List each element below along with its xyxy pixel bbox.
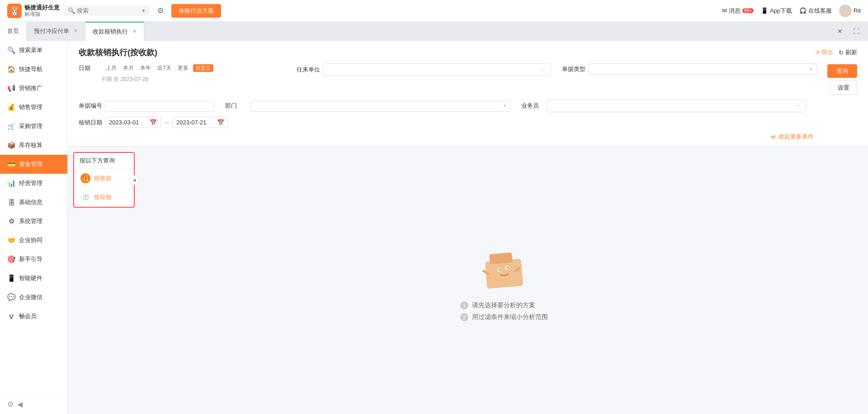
writeoff-tab-close[interactable]: ✕ (132, 29, 137, 34)
sidebar-settings-btn[interactable]: ⚙ (7, 400, 14, 409)
date-btn-this-month[interactable]: 本月 (121, 63, 136, 73)
date-btn-last-month[interactable]: 上月 (104, 63, 118, 73)
search-area[interactable]: 🔍 ▾ (63, 5, 150, 16)
staff-dots[interactable]: ··· (793, 102, 802, 110)
filter-settings-button[interactable]: 设置 (830, 81, 857, 95)
sidebar-item-hardware[interactable]: 📱 智能硬件 (0, 269, 67, 288)
messages-badge: 99+ (742, 8, 754, 13)
prepay-tab-close[interactable]: ✕ (74, 28, 78, 34)
online-service-button[interactable]: 🎧 在线客服 (799, 7, 832, 15)
close-window-btn[interactable]: ✕ (834, 25, 846, 38)
doc-number-field[interactable] (109, 103, 210, 109)
staff-filter: 业务员 ··· (521, 100, 807, 112)
date-btn-7days[interactable]: 近7天 (156, 63, 173, 73)
panel-collapse-btn[interactable]: ◀ (129, 175, 139, 185)
doc-type-select-wrap[interactable]: ▾ (588, 63, 816, 75)
quick-nav-icon: 🏠 (7, 65, 15, 73)
service-icon: 🎧 (799, 7, 807, 14)
hint-item-2: 2 用过滤条件来缩小分析范围 (460, 313, 548, 321)
sidebar-item-quick-nav[interactable]: 🏠 快捷导航 (0, 60, 67, 79)
search-icon: 🔍 (68, 7, 75, 14)
sidebar-bottom: ⚙ ◀ (0, 394, 67, 414)
doc-type-label: 单据类型 (562, 65, 585, 73)
writeoff-end-input[interactable]: 📅 (172, 117, 228, 128)
staff-input[interactable]: ··· (547, 100, 807, 112)
receipt-type-icon: 💰 (80, 173, 90, 183)
writeoff-start-field[interactable] (109, 119, 150, 126)
doc-type-field[interactable] (592, 66, 810, 72)
sales-icon: 💰 (7, 103, 15, 111)
date-btn-more[interactable]: 更多 (176, 63, 190, 73)
empty-hints: 1 请先选择要分析的方案 2 用过滤条件来缩小分析范围 (460, 301, 548, 321)
user-name: Rit (854, 7, 861, 14)
sidebar-item-enterprise-collab[interactable]: 🤝 企业协同 (0, 231, 67, 250)
related-unit-label: 往来单位 (297, 66, 320, 74)
app-download-button[interactable]: 📱 App下载 (761, 7, 792, 15)
date-filter: 日期 上月 本月 本年 近7天 更多 自定义 不限 至 2023-07-26 (79, 63, 286, 83)
writeoff-date-label: 核销日期 (79, 119, 102, 127)
search-menu-label: 搜索菜单 (19, 46, 42, 54)
empty-svg (477, 240, 531, 294)
tab-home[interactable]: 首页 (0, 22, 27, 41)
tab-receivable-writeoff[interactable]: 收款核销执行 ✕ (85, 22, 144, 41)
related-unit-dots[interactable]: ··· (538, 66, 547, 74)
tab-prepay[interactable]: 预付冲应付单 ✕ (27, 22, 85, 41)
related-unit-field[interactable] (327, 67, 538, 73)
sidebar-item-basic-info[interactable]: 🗄 基础信息 (0, 193, 67, 212)
tab-bar: 首页 预付冲应付单 ✕ 收款核销执行 ✕ ✕ ⛶ (0, 22, 868, 41)
content-area: 收款核销执行(按收款) ↗ 导出 ↻ 刷新 (68, 41, 868, 414)
search-input[interactable] (77, 7, 140, 14)
empty-state: 1 请先选择要分析的方案 2 用过滤条件来缩小分析范围 (147, 154, 861, 407)
writeoff-start-input[interactable]: 📅 (105, 117, 161, 128)
doc-number-input[interactable] (105, 100, 214, 112)
query-button[interactable]: 查询 (827, 64, 857, 78)
maximize-btn[interactable]: ⛶ (850, 25, 863, 38)
prepay-tab-label: 预付冲应付单 (34, 27, 69, 35)
date-separator: — (164, 119, 170, 126)
query-type-header-label: 按以下方查询 (80, 157, 115, 164)
top-bar-left: 🐰 畅捷通好生意 标准版 🔍 ▾ ⚙ 体验行业方案 (7, 4, 221, 18)
writeoff-end-field[interactable] (176, 119, 217, 126)
top-bar: 🐰 畅捷通好生意 标准版 🔍 ▾ ⚙ 体验行业方案 ✉ 消息 99+ 📱 App… (0, 0, 868, 22)
message-icon: ✉ (722, 7, 727, 14)
refresh-button[interactable]: ↻ 刷新 (839, 48, 857, 57)
sidebar-item-search-menu[interactable]: 🔍 搜索菜单 (0, 41, 67, 60)
query-by-receivable[interactable]: 🕐 按应收 (74, 188, 134, 207)
sidebar-item-system[interactable]: ⚙ 系统管理 (0, 212, 67, 231)
doc-number-label: 单据编号 (79, 102, 102, 110)
search-dropdown-arrow[interactable]: ▾ (142, 7, 145, 14)
sales-label: 销售管理 (19, 103, 42, 111)
dept-field[interactable] (255, 103, 504, 109)
sidebar-item-inventory[interactable]: 📦 库存核算 (0, 136, 67, 155)
query-type-panel: 按以下方查询 💰 按收款 🕐 按应收 ◀ (73, 152, 135, 208)
sidebar-item-business[interactable]: 📊 经营管理 (0, 174, 67, 193)
staff-field[interactable] (551, 103, 793, 109)
query-by-receipt[interactable]: 💰 按收款 (74, 169, 134, 188)
hardware-label: 智能硬件 (19, 274, 42, 282)
query-type-header: 按以下方查询 (74, 153, 134, 169)
sidebar-collapse-btn[interactable]: ◀ (17, 400, 23, 409)
sidebar-item-marketing[interactable]: 📢 营销推广 (0, 79, 67, 98)
sidebar-item-sales[interactable]: 💰 销售管理 (0, 98, 67, 117)
gear-button[interactable]: ⚙ (153, 4, 168, 18)
sidebar-item-wechat[interactable]: 💬 企业微信 (0, 288, 67, 307)
industry-button[interactable]: 体验行业方案 (171, 4, 221, 18)
sidebar-item-member[interactable]: V 畅会员 (0, 307, 67, 326)
date-btn-this-year[interactable]: 本年 (138, 63, 153, 73)
sidebar-item-purchase[interactable]: 🛒 采购管理 (0, 117, 67, 136)
logo-area: 🐰 畅捷通好生意 标准版 (7, 4, 60, 18)
user-area[interactable]: Rit (839, 5, 861, 17)
custom-date-tag[interactable]: 自定义 (193, 64, 213, 72)
collab-label: 企业协同 (19, 236, 42, 244)
tab-actions: ✕ ⛶ (834, 25, 868, 38)
wechat-label: 企业微信 (19, 293, 42, 301)
start-calendar-icon[interactable]: 📅 (150, 119, 157, 126)
export-button[interactable]: ↗ 导出 (815, 48, 833, 57)
collapse-more-button[interactable]: ≪ 收起更多条件 (770, 133, 814, 141)
dept-select[interactable]: ▾ (250, 100, 510, 112)
related-unit-input[interactable]: ··· (323, 63, 551, 76)
sidebar-item-capital[interactable]: 💳 资金管理 (0, 155, 67, 174)
messages-button[interactable]: ✉ 消息 99+ (722, 7, 754, 15)
end-calendar-icon[interactable]: 📅 (217, 119, 224, 126)
sidebar-item-beginner[interactable]: 🎯 新手引导 (0, 250, 67, 269)
